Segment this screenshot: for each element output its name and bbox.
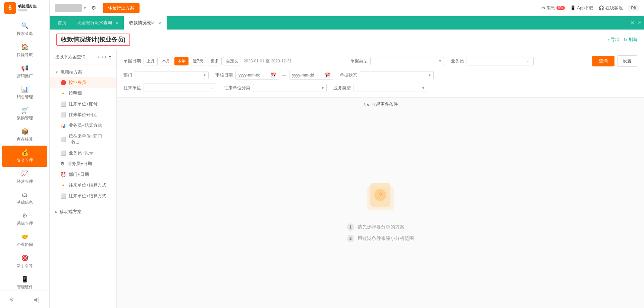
doc-status-select[interactable]: ▾ (360, 71, 434, 79)
sidebar-item-inventory[interactable]: 📦 库存核算 (0, 124, 49, 146)
tab-collection-stats[interactable]: 收款情况统计 ✕ (124, 16, 167, 30)
filter-unit-category: 往来单位分类 ▾ (224, 84, 327, 92)
unit-dots-icon[interactable]: ··· (211, 85, 214, 90)
tab-home[interactable]: 首页 (52, 16, 72, 30)
tab-bank-flow[interactable]: 现金银行流水查询 ✕ (72, 16, 124, 30)
date-btn-this-month[interactable]: 本月 (159, 57, 173, 65)
audit-date-from-field[interactable] (238, 73, 269, 78)
scheme-item-unit-settlement1[interactable]: 🔸 往来单位+结算方式 (50, 180, 116, 191)
sidebar-item-basic[interactable]: 🗂 基础信息 (0, 188, 49, 209)
topbar-messages[interactable]: ✉ 消息 99+ (541, 5, 565, 11)
audit-date-to-field[interactable] (292, 73, 322, 78)
doc-status-arrow-icon: ▾ (429, 73, 431, 78)
setting-btn[interactable]: 设置 (617, 55, 637, 67)
doc-type-arrow-icon: ▾ (439, 59, 441, 63)
scheme-item-salesperson-date[interactable]: ⚙ 业务员+日期 (50, 158, 116, 169)
biz-type-arrow-icon: ▾ (422, 86, 424, 90)
tabbar-right: ✕ ⤢ (630, 20, 641, 26)
filter-unit-category-label: 往来单位分类 (224, 85, 250, 91)
scheme-item-by-salesperson[interactable]: 🔴 按业务员 (50, 77, 116, 88)
filter-dept: 部门 ▾ (123, 71, 209, 79)
unit-select[interactable]: ··· (144, 84, 217, 92)
filter-row-3: 往来单位 ··· 往来单位分类 ▾ 业务类型 (123, 84, 637, 92)
date-btn-last-month[interactable]: 上月 (144, 57, 158, 65)
smart-icon: 📱 (21, 275, 29, 283)
scheme-item-salesperson-settlement[interactable]: 📊 业务员+结算方式 (50, 120, 116, 131)
tabbar-close-all-btn[interactable]: ✕ (630, 20, 635, 26)
date-btn-more[interactable]: 更多 (208, 57, 222, 65)
unit-category-select[interactable]: ▾ (253, 84, 327, 92)
audit-date-to-input[interactable]: 📅 (289, 71, 333, 80)
scheme-settings-icon[interactable]: ⚙ (102, 54, 106, 60)
sales-icon: 📊 (21, 86, 29, 93)
sidebar-item-purchase[interactable]: 🛒 采购管理 (0, 103, 49, 124)
query-btn[interactable]: 查询 (592, 56, 614, 66)
topbar-user[interactable]: ▾ (55, 4, 86, 12)
step-num-2: 2 (347, 235, 354, 242)
filter-unit: 往来单位 ··· (123, 84, 217, 92)
svg-text:?: ? (378, 191, 382, 199)
scheme-group-pc-header[interactable]: ▼ 电脑端方案 (50, 67, 116, 77)
topbar-user-info[interactable]: Rit (628, 5, 639, 11)
left-panel-header: 按以下方案查询 + ⚙ « (50, 50, 116, 64)
export-btn[interactable]: ↑ 导出 (607, 37, 620, 43)
date-btn-last-7[interactable]: 近7天 (190, 57, 206, 65)
topbar-gear-icon[interactable]: ⚙ (91, 5, 96, 11)
scheme-item-unit-account[interactable]: ⬜ 往来单位+账号 (50, 99, 116, 109)
page-header: 收款情况统计(按业务员) ↑ 导出 ↻ 刷新 (50, 30, 644, 50)
topbar-online-service[interactable]: 🎧 在线客服 (599, 5, 623, 11)
sidebar-item-system[interactable]: ⚙ 系统管理 (0, 209, 49, 230)
sidebar-item-smart[interactable]: 📱 智能硬件 (0, 272, 49, 291)
salesperson-settlement-icon: 📊 (60, 123, 66, 128)
scheme-collapse-icon[interactable]: « (108, 54, 111, 60)
empty-step-1: 1 请先选择要分析的方案 (347, 223, 414, 231)
biz-type-select[interactable]: ▾ (354, 84, 427, 92)
sidebar-collapse-btn[interactable]: ◀‖ (31, 295, 43, 304)
filter-audit-date: 审核日期 📅 — 📅 (215, 71, 333, 80)
collapse-bar[interactable]: ∧∧ 收起更多条件 (117, 98, 644, 111)
tab-bank-flow-close-icon[interactable]: ✕ (115, 21, 118, 25)
trial-industry-btn[interactable]: 体验行业方案 (103, 3, 140, 13)
finance-icon: 💰 (21, 149, 29, 156)
user-avatar (55, 4, 82, 12)
scheme-item-unit-dept-collection[interactable]: ⬜ 按往来单位+部门+收... (50, 131, 116, 148)
page-title-box: 收款情况统计(按业务员) (56, 34, 130, 46)
basic-icon: 🗂 (22, 191, 28, 198)
add-scheme-btn[interactable]: + (97, 54, 100, 60)
scheme-item-by-detail[interactable]: 🔸 按明细 (50, 88, 116, 99)
sidebar-item-finance[interactable]: 💰 资金管理 (2, 146, 47, 167)
scheme-item-salesperson-account[interactable]: ⬜ 业务员+账号 (50, 148, 116, 158)
sidebar-item-search-menu[interactable]: 🔍 搜索菜单 (0, 19, 49, 40)
filter-biz-type: 业务类型 ▾ (333, 84, 427, 92)
tabbar-expand-btn[interactable]: ⤢ (637, 20, 641, 25)
dept-select[interactable]: ▾ (135, 71, 209, 79)
audit-date-from-input[interactable]: 📅 (235, 71, 279, 80)
salesperson-select[interactable]: ··· (467, 57, 534, 65)
filter-doc-status: 单据状态 ▾ (340, 71, 434, 79)
sidebar-settings-btn[interactable]: ⚙ (7, 295, 17, 304)
sidebar-item-enterprise[interactable]: 🤝 企业协同 (0, 230, 49, 251)
scheme-item-unit-date[interactable]: ⬜ 往来单位+日期 (50, 109, 116, 120)
tab-collection-close-icon[interactable]: ✕ (159, 21, 162, 25)
date-preset-group: 上月 本月 本年 近7天 更多 自定义 (144, 57, 241, 65)
filter-doc-type-label: 单据类型 (350, 58, 368, 64)
sidebar-item-quick-nav[interactable]: 🏠 快捷导航 (0, 40, 49, 61)
user-dropdown-icon[interactable]: ▾ (84, 6, 86, 10)
refresh-btn[interactable]: ↻ 刷新 (624, 37, 637, 43)
doc-type-select[interactable]: ▾ (370, 57, 444, 65)
sidebar-item-marketing[interactable]: 📢 营销推广 (0, 61, 49, 82)
scheme-group-mobile-header[interactable]: ▶ 移动端方案 (50, 207, 116, 217)
sidebar-item-newbie[interactable]: 🎯 新手引导 (0, 251, 49, 272)
salesperson-dots-icon[interactable]: ··· (527, 59, 531, 64)
date-btn-custom[interactable]: 自定义 (223, 57, 241, 65)
filter-date-label: 单据日期 (123, 58, 141, 64)
date-btn-this-year[interactable]: 本年 (174, 57, 189, 65)
operation-icon: 📈 (21, 170, 29, 177)
topbar-app-download[interactable]: 📱 App下载 (570, 5, 593, 11)
unit-dept-collection-icon: ⬜ (60, 137, 66, 142)
scheme-item-unit-settlement2[interactable]: ⬜ 往来单位+结算方式 (50, 191, 116, 201)
sidebar-item-operation[interactable]: 📈 经营管理 (0, 167, 49, 188)
sidebar-item-sales[interactable]: 📊 销售管理 (0, 82, 49, 103)
date-range-dash: — (282, 73, 286, 78)
scheme-item-dept-date[interactable]: ⏰ 部门+日期 (50, 169, 116, 180)
